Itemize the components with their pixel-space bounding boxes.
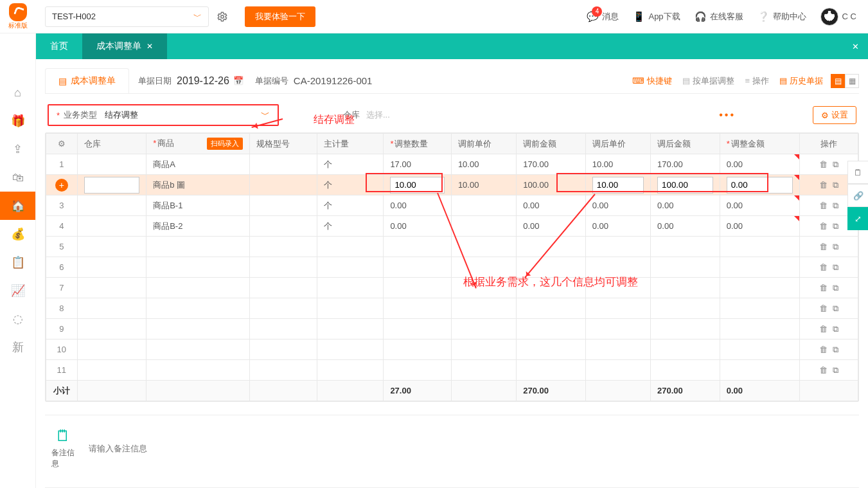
cell-qty[interactable]: 0.00 xyxy=(384,195,452,216)
cell-wh[interactable] xyxy=(77,360,146,381)
delete-icon[interactable]: 🗑 xyxy=(819,180,828,190)
warehouse-input[interactable] xyxy=(84,177,140,194)
cell-product[interactable]: 商品B-2 xyxy=(146,216,249,237)
cell-postprice[interactable]: 0.00 xyxy=(585,216,650,237)
cell-product[interactable]: 商品b 圖 xyxy=(146,175,249,195)
cell-preamt[interactable]: 0.00 xyxy=(517,195,586,216)
cell-product[interactable] xyxy=(146,278,249,298)
cell-postamt[interactable] xyxy=(651,175,720,195)
biz-type-select[interactable]: * 业务类型 结存调整 ﹀ xyxy=(48,104,279,126)
cell-wh[interactable] xyxy=(77,175,146,195)
cell-unit[interactable]: 个 xyxy=(317,154,384,175)
hdr-messages[interactable]: 💬 消息 4 xyxy=(587,11,619,23)
cell-adjamt[interactable] xyxy=(720,278,800,298)
cell-wh[interactable] xyxy=(77,216,146,237)
sb-bag[interactable]: 🛍 xyxy=(0,163,35,192)
cell-postprice[interactable] xyxy=(585,339,650,360)
delete-icon[interactable]: 🗑 xyxy=(819,324,828,334)
table-row[interactable]: 3商品B-1个0.000.000.000.000.00🗑⧉ xyxy=(46,195,858,216)
cell-preamt[interactable] xyxy=(517,360,586,381)
delete-icon[interactable]: 🗑 xyxy=(819,262,828,272)
table-row[interactable]: 10🗑⧉ xyxy=(46,339,858,360)
cell-preamt[interactable]: 100.00 xyxy=(517,175,586,195)
sb-report[interactable]: 📈 xyxy=(0,276,35,305)
act-hotkey[interactable]: ⌨快捷键 xyxy=(632,75,672,87)
cell-unit[interactable] xyxy=(317,339,384,360)
cell-preamt[interactable] xyxy=(517,339,586,360)
copy-icon[interactable]: ⧉ xyxy=(833,283,838,293)
th-prod[interactable]: *商品扫码录入 xyxy=(146,134,249,154)
cell-spec[interactable] xyxy=(249,216,317,237)
dock-link-icon[interactable]: 🔗 xyxy=(847,184,868,207)
cell-spec[interactable] xyxy=(249,278,317,298)
cell-product[interactable]: 商品A xyxy=(146,154,249,175)
cell-postamt[interactable]: 0.00 xyxy=(651,195,720,216)
sb-warehouse[interactable]: 🏠 xyxy=(0,192,35,220)
cell-preprice[interactable] xyxy=(451,237,516,257)
copy-icon[interactable]: ⧉ xyxy=(833,262,838,272)
table-row[interactable]: 11🗑⧉ xyxy=(46,360,858,381)
more-icon[interactable]: ••• xyxy=(719,109,736,121)
delete-icon[interactable]: 🗑 xyxy=(819,345,828,354)
hdr-cs[interactable]: 🎧在线客服 xyxy=(695,11,743,23)
cell-spec[interactable] xyxy=(249,175,317,195)
cell-adjamt[interactable] xyxy=(720,298,800,319)
sb-clip[interactable]: 📋 xyxy=(0,248,35,276)
cell-unit[interactable]: 个 xyxy=(317,216,384,237)
delete-icon[interactable]: 🗑 xyxy=(819,242,828,251)
cell-adjamt[interactable] xyxy=(720,360,800,381)
cell-preprice[interactable]: 10.00 xyxy=(451,175,516,195)
cell-wh[interactable] xyxy=(77,195,146,216)
cell-product[interactable]: 商品B-1 xyxy=(146,195,249,216)
cell-unit[interactable] xyxy=(317,298,384,319)
cell-adjamt[interactable] xyxy=(720,257,800,278)
copy-icon[interactable]: ⧉ xyxy=(833,242,838,251)
cell-adjamt[interactable] xyxy=(720,319,800,339)
cell-postamt[interactable] xyxy=(651,339,720,360)
cell-postprice[interactable]: 0.00 xyxy=(585,195,650,216)
setting-button[interactable]: ⚙设置 xyxy=(813,106,856,124)
delete-icon[interactable]: 🗑 xyxy=(819,221,828,231)
cell-qty[interactable] xyxy=(384,319,452,339)
cell-wh[interactable] xyxy=(77,237,146,257)
sb-loop[interactable]: ◌ xyxy=(0,305,35,333)
cell-qty[interactable] xyxy=(384,360,452,381)
cell-unit[interactable] xyxy=(317,257,384,278)
th-postprice[interactable]: 调后单价 xyxy=(585,134,650,154)
cell-unit[interactable] xyxy=(317,278,384,298)
cell-product[interactable] xyxy=(146,339,249,360)
cell-preamt[interactable] xyxy=(517,257,586,278)
cell-qty[interactable] xyxy=(384,298,452,319)
cell-preprice[interactable] xyxy=(451,298,516,319)
cell-postamt[interactable] xyxy=(651,319,720,339)
cell-spec[interactable] xyxy=(249,339,317,360)
copy-icon[interactable]: ⧉ xyxy=(833,201,838,210)
th-spec[interactable]: 规格型号 xyxy=(249,134,317,154)
cell-preamt[interactable] xyxy=(517,298,586,319)
cell-postamt[interactable]: 170.00 xyxy=(651,154,720,175)
sb-gift[interactable]: 🎁 xyxy=(0,107,35,135)
cell-unit[interactable] xyxy=(317,360,384,381)
cell-spec[interactable] xyxy=(249,154,317,175)
cell-qty[interactable] xyxy=(384,237,452,257)
cell-postamt[interactable] xyxy=(651,257,720,278)
sb-money[interactable]: 💰 xyxy=(0,220,35,248)
delete-icon[interactable]: 🗑 xyxy=(819,201,828,210)
table-row[interactable]: +商品b 圖个10.00100.00🗑⧉ xyxy=(46,175,858,195)
cell-postamt[interactable] xyxy=(651,278,720,298)
cell-unit[interactable]: 个 xyxy=(317,195,384,216)
qty-input[interactable] xyxy=(390,177,445,194)
cell-qty[interactable] xyxy=(384,278,452,298)
cell-postprice[interactable] xyxy=(585,278,650,298)
copy-icon[interactable]: ⧉ xyxy=(833,180,838,190)
cell-preprice[interactable]: 10.00 xyxy=(451,154,516,175)
cell-postamt[interactable] xyxy=(651,237,720,257)
cell-product[interactable] xyxy=(146,298,249,319)
hdr-user[interactable]: C C xyxy=(820,8,856,26)
act-bybill[interactable]: ▤按单据调整 xyxy=(682,75,734,87)
postprice-input[interactable] xyxy=(592,177,644,194)
postamt-input[interactable] xyxy=(657,177,713,194)
cell-product[interactable] xyxy=(146,257,249,278)
cell-adjamt[interactable]: 0.00 xyxy=(720,216,800,237)
cell-spec[interactable] xyxy=(249,257,317,278)
